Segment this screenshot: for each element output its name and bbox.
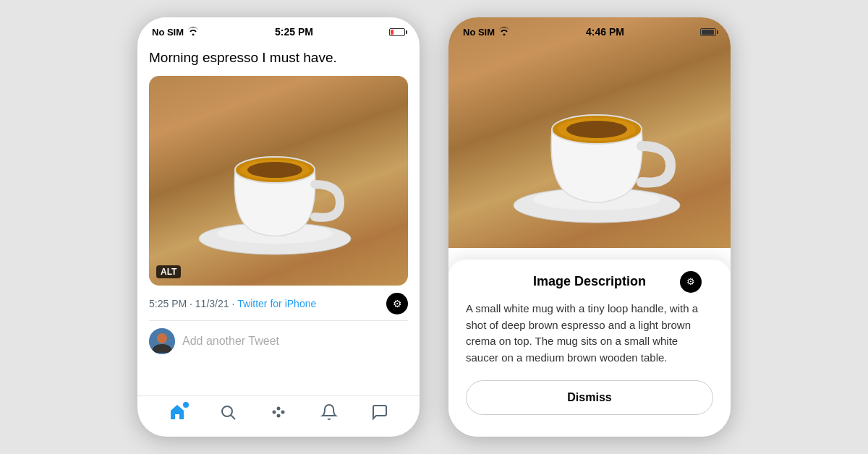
image-description-title: Image Description (466, 274, 713, 289)
image-description-text: A small white mug with a tiny loop handl… (466, 301, 713, 366)
tweet-content: Morning espresso I must have. (137, 42, 420, 395)
left-time: 5:25 PM (275, 26, 313, 38)
nav-search-icon[interactable] (219, 403, 237, 425)
left-battery (389, 28, 405, 36)
right-status-left: No SIM (463, 27, 510, 38)
gear-button-left[interactable]: ⚙ (386, 293, 408, 314)
tweet-meta: 5:25 PM · 11/3/21 · Twitter for iPhone ⚙ (149, 286, 408, 320)
dismiss-button[interactable]: Dismiss (466, 380, 713, 415)
add-tweet-row: Add another Tweet (149, 320, 408, 361)
right-wifi-icon (498, 27, 510, 38)
svg-point-11 (277, 407, 281, 411)
wifi-icon (187, 27, 199, 38)
svg-point-13 (277, 414, 281, 418)
nav-notifications-icon[interactable] (320, 403, 338, 425)
svg-point-12 (281, 411, 285, 414)
right-battery (700, 28, 716, 36)
bottom-nav (137, 395, 420, 437)
add-tweet-input[interactable]: Add another Tweet (182, 335, 279, 348)
svg-point-10 (273, 411, 276, 414)
tweet-timestamp: 5:25 PM · 11/3/21 · (149, 298, 234, 309)
right-status-bar: No SIM 4:46 PM (448, 17, 731, 42)
home-nav-dot (183, 402, 189, 408)
tweet-source[interactable]: Twitter for iPhone (237, 298, 316, 309)
image-description-sheet: Image Description ⚙ A small white mug wi… (448, 260, 731, 437)
svg-point-4 (247, 162, 302, 178)
left-status-bar: No SIM 5:25 PM (137, 17, 420, 42)
nav-spaces-icon[interactable] (270, 403, 287, 425)
tweet-text: Morning espresso I must have. (149, 49, 408, 67)
battery-icon-full (700, 28, 716, 36)
alt-badge[interactable]: ALT (156, 265, 181, 278)
right-phone: No SIM 4:46 PM (448, 17, 731, 437)
no-sim-label: No SIM (152, 27, 184, 38)
right-espresso-cup-svg (503, 53, 705, 234)
svg-line-9 (231, 416, 236, 420)
user-avatar (149, 328, 175, 354)
battery-icon-low (389, 28, 405, 36)
espresso-cup-svg (188, 98, 369, 264)
svg-point-7 (157, 333, 167, 343)
right-time: 4:46 PM (586, 26, 624, 38)
left-phone: No SIM 5:25 PM Morning espresso I must h… (137, 17, 420, 437)
full-image-bg (448, 17, 731, 248)
left-status-left: No SIM (152, 27, 199, 38)
svg-point-18 (566, 121, 627, 138)
gear-button-right[interactable]: ⚙ (680, 271, 702, 293)
nav-messages-icon[interactable] (371, 403, 388, 425)
sheet-gear-wrapper: Image Description ⚙ (466, 274, 713, 289)
right-no-sim-label: No SIM (463, 27, 495, 38)
svg-point-8 (222, 406, 232, 416)
tweet-image[interactable]: ALT (149, 76, 408, 286)
nav-home-icon[interactable] (169, 403, 186, 425)
tweet-meta-left: 5:25 PM · 11/3/21 · Twitter for iPhone (149, 298, 316, 309)
